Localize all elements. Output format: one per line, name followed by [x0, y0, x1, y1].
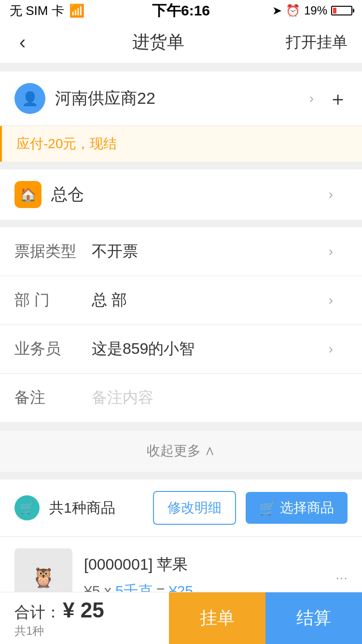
cart-icon: 🛒 [259, 500, 276, 516]
nav-bar: ‹ 进货单 打开挂单 [0, 21, 362, 64]
warehouse-name: 总仓 [51, 183, 329, 206]
chevron-right-icon: › [309, 91, 314, 106]
location-icon: ➤ [272, 4, 282, 17]
product-sku: [0000001] [84, 556, 153, 573]
select-products-label: 选择商品 [280, 499, 334, 517]
form-section: 票据类型 不开票 › 部 门 总 部 › 业务员 这是859的小智 › 备注 备… [0, 227, 362, 422]
chevron-right-icon-4: › [329, 293, 333, 308]
total-label: 合计： [14, 602, 61, 623]
dept-row[interactable]: 部 门 总 部 › [0, 276, 362, 325]
warehouse-section: 🏠 总仓 › [0, 169, 362, 220]
total-sub: 共1种 [14, 623, 154, 639]
status-bar: 无 SIM 卡 📶 下午6:16 ➤ ⏰ 19% [0, 0, 362, 21]
add-button[interactable]: ＋ [328, 85, 348, 112]
battery-text: 19% [304, 4, 327, 17]
total-section: 合计： ¥ 25 共1种 [0, 592, 169, 644]
warehouse-row[interactable]: 🏠 总仓 › [0, 169, 362, 220]
products-icon: 🛒 [14, 495, 40, 520]
salesperson-label: 业务员 [14, 338, 82, 360]
select-products-button[interactable]: 🛒 选择商品 [246, 492, 348, 524]
products-header: 🛒 共1种商品 修改明细 🛒 选择商品 [0, 479, 362, 537]
note-label: 备注 [14, 387, 82, 408]
battery-icon [331, 6, 352, 15]
main-content: 👤 河南供应商22 › ＋ 应付-20元，现结 🏠 总仓 › 票据类型 不开票 … [0, 71, 362, 644]
alarm-icon: ⏰ [286, 4, 300, 17]
salesperson-row[interactable]: 业务员 这是859的小智 › [0, 325, 362, 374]
product-title: 苹果 [157, 556, 188, 573]
product-image-icon: 🦉 [31, 566, 56, 589]
wifi-icon: 📶 [69, 3, 84, 18]
dept-value: 总 部 [82, 290, 329, 311]
supplier-alert: 应付-20元，现结 [0, 126, 362, 162]
ticket-type-label: 票据类型 [14, 241, 82, 262]
more-options-icon[interactable]: ··· [335, 569, 348, 586]
hang-order-button[interactable]: 挂单 [169, 592, 265, 644]
bottom-bar: 合计： ¥ 25 共1种 挂单 结算 [0, 592, 362, 644]
product-name: [0000001] 苹果 [84, 554, 324, 575]
supplier-section: 👤 河南供应商22 › ＋ 应付-20元，现结 [0, 71, 362, 162]
status-left: 无 SIM 卡 📶 [10, 2, 84, 19]
carrier-text: 无 SIM 卡 [10, 2, 64, 19]
products-count: 共1种商品 [49, 498, 143, 518]
chevron-right-icon-2: › [329, 187, 333, 202]
salesperson-value: 这是859的小智 [82, 338, 329, 360]
collapse-label: 收起更多 ∧ [147, 442, 216, 460]
page-title: 进货单 [132, 30, 184, 54]
checkout-button[interactable]: 结算 [265, 592, 362, 644]
ticket-type-row[interactable]: 票据类型 不开票 › [0, 227, 362, 276]
supplier-row[interactable]: 👤 河南供应商22 › ＋ [0, 71, 362, 126]
status-right: ➤ ⏰ 19% [272, 4, 352, 17]
collapse-button[interactable]: 收起更多 ∧ [0, 430, 362, 472]
edit-details-button[interactable]: 修改明细 [153, 491, 236, 525]
avatar-icon: 👤 [22, 91, 39, 107]
warehouse-icon: 🏠 [14, 181, 42, 208]
note-row[interactable]: 备注 备注内容 [0, 374, 362, 422]
ticket-type-value: 不开票 [82, 241, 329, 262]
supplier-name: 河南供应商22 [55, 87, 309, 110]
chevron-right-icon-5: › [329, 341, 333, 357]
note-value[interactable]: 备注内容 [82, 387, 348, 408]
open-pending-button[interactable]: 打开挂单 [286, 32, 348, 53]
status-time: 下午6:16 [152, 1, 210, 21]
dept-label: 部 门 [14, 290, 82, 311]
back-button[interactable]: ‹ [14, 27, 30, 58]
supplier-avatar: 👤 [14, 83, 45, 114]
chevron-right-icon-3: › [329, 244, 333, 259]
total-amount: ¥ 25 [63, 598, 104, 622]
